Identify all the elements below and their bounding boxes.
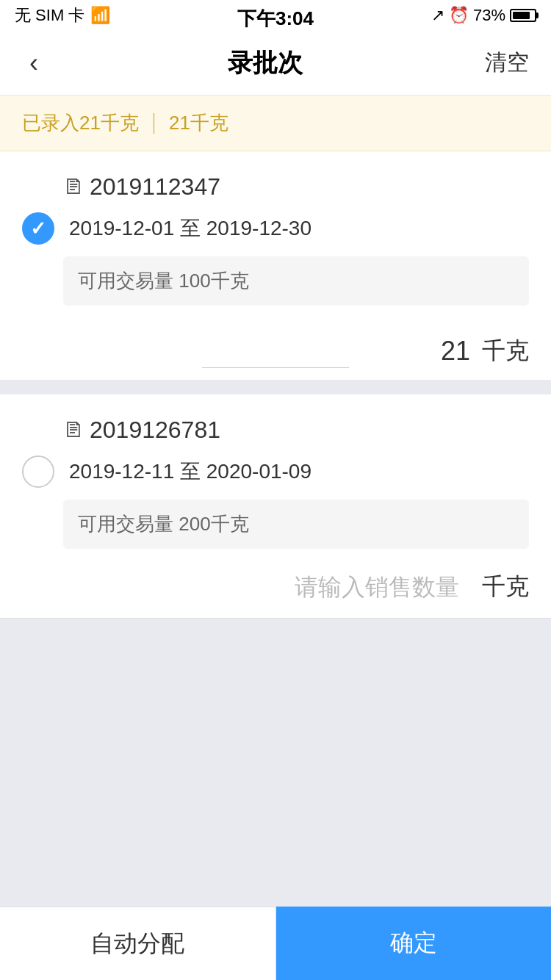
batch-card-1-inner: 🖹 2019112347 2019-12-01 至 2019-12-30 可用交…: [22, 173, 529, 320]
bottom-bar: 自动分配 确定: [0, 907, 551, 980]
batch-number-row-2: 🖹 2019126781: [22, 417, 529, 444]
back-button[interactable]: ‹: [22, 40, 46, 86]
status-bar: 无 SIM 卡 📶 下午3:04 ↗ ⏰ 73%: [0, 0, 551, 31]
batch-date-row-2: 2019-12-11 至 2020-01-09: [22, 455, 529, 488]
batch-available-2: 可用交易量 200千克: [63, 500, 529, 549]
alarm-icon: ⏰: [449, 6, 469, 25]
total-text: 21千克: [169, 110, 228, 136]
battery-icon: [510, 9, 536, 22]
summary-divider: [154, 113, 154, 134]
empty-area: [0, 619, 551, 907]
carrier-text: 无 SIM 卡: [15, 4, 84, 26]
batch-date-2: 2019-12-11 至 2020-01-09: [69, 458, 311, 486]
page-title: 录批次: [228, 46, 303, 80]
batch-id-2: 2019126781: [90, 417, 220, 444]
nav-bar: ‹ 录批次 清空: [0, 31, 551, 96]
auto-distribute-button[interactable]: 自动分配: [0, 907, 276, 980]
batch-icon-2: 🖹: [63, 418, 84, 442]
clear-button[interactable]: 清空: [485, 48, 529, 78]
batch-radio-1[interactable]: [22, 212, 54, 245]
batch-card-1: 🖹 2019112347 2019-12-01 至 2019-12-30 可用交…: [0, 151, 551, 320]
batch-id-1: 2019112347: [90, 173, 220, 201]
batch-available-1: 可用交易量 100千克: [63, 256, 529, 306]
batch-card-2-inner: 🖹 2019126781 2019-12-11 至 2020-01-09 可用交…: [22, 417, 529, 563]
batch-date-row-1: 2019-12-01 至 2019-12-30: [22, 212, 529, 245]
recorded-text: 已录入21千克: [22, 110, 139, 136]
quantity-input-2[interactable]: [176, 574, 470, 601]
quantity-row-1: 21 千克: [0, 320, 551, 367]
batch-icon-1: 🖹: [63, 175, 84, 199]
input-row-2: 千克: [0, 563, 551, 619]
summary-bar: 已录入21千克 21千克: [0, 96, 551, 151]
status-left: 无 SIM 卡 📶: [15, 4, 110, 26]
wifi-icon: 📶: [90, 6, 110, 25]
confirm-button[interactable]: 确定: [276, 907, 552, 980]
batch-number-row-1: 🖹 2019112347: [22, 173, 529, 201]
status-right: ↗ ⏰ 73%: [431, 6, 536, 25]
card-separator: [0, 380, 551, 394]
batch-card-2: 🖹 2019126781 2019-12-11 至 2020-01-09 可用交…: [0, 394, 551, 563]
status-time: 下午3:04: [237, 6, 314, 32]
batch-date-1: 2019-12-01 至 2019-12-30: [69, 215, 311, 242]
battery-text: 73%: [473, 6, 505, 25]
quantity-unit-1: 千克: [482, 335, 529, 367]
input-unit-2: 千克: [482, 571, 529, 603]
quantity-value-1: 21: [441, 336, 470, 367]
content-area: 已录入21千克 21千克 🖹 2019112347 2019-12-01 至 2…: [0, 96, 551, 907]
batch-radio-2[interactable]: [22, 455, 54, 488]
location-icon: ↗: [431, 6, 444, 25]
